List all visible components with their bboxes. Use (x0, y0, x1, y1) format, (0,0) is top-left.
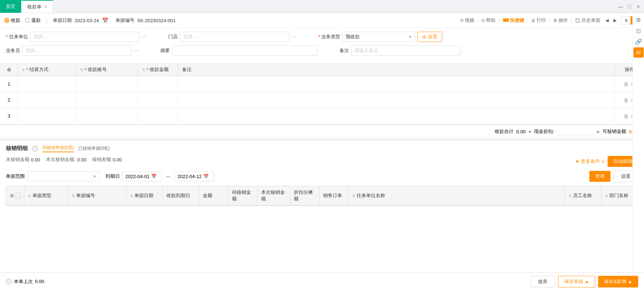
partner-input[interactable]: 选择... (30, 32, 140, 42)
footer-info-icon[interactable]: ⓘ (6, 279, 12, 285)
writeoff-title: 核销明细 (6, 145, 28, 152)
staff-more-btn[interactable]: ··· (134, 47, 138, 54)
footer-left: ⓘ 本单上次 0.00 (6, 278, 44, 285)
history-link[interactable]: 📋 历史单据 (575, 17, 600, 24)
summary-row: 收款合计 0.00 + 现金折扣: = 可核销金额 0.00 (0, 125, 644, 138)
due-date-label: 到期日 (106, 173, 120, 180)
tab-home[interactable]: 首页 (0, 0, 21, 13)
filter-left: 单据范围 ▼ 到期日 2022-04-01 📅 — 2022-04-12 (6, 171, 214, 181)
sidebar-icon-link[interactable]: 🔗 (633, 36, 644, 47)
nav-next[interactable]: ▶ (611, 17, 619, 24)
close-button[interactable]: × (635, 4, 641, 9)
row3-idx: 3 (0, 108, 18, 124)
row2-settlement[interactable] (18, 92, 76, 108)
writeoff-info-icon[interactable]: ⓘ (32, 146, 38, 152)
help-link[interactable]: ⊙ 帮助 (481, 17, 495, 24)
date-from-input[interactable]: 2022-04-01 📅 (122, 171, 162, 181)
row2-account[interactable] (76, 92, 138, 108)
tab-receipt-label: 收款单 (27, 4, 42, 10)
abstract-input[interactable] (172, 46, 318, 56)
row2-remark[interactable] (178, 92, 615, 108)
header-settlement: ⇅*结算方式 (18, 63, 76, 76)
bottom-header-discount: 折扣分摊额 (290, 186, 319, 205)
this-cancel-value: 0.00 (77, 157, 86, 162)
staff-input[interactable]: 选择... (22, 46, 131, 56)
table-row: 1 🗑 ⊕ (0, 76, 644, 92)
diff-stat: 核销差额 0.00 (92, 156, 122, 163)
row3-account[interactable] (76, 108, 138, 124)
table-row: 3 🗑 ⊕ (0, 108, 644, 124)
sidebar-icon-1[interactable]: ⊞ (633, 15, 644, 25)
operation-link[interactable]: ⚙ 操作 (553, 17, 568, 24)
radio-refund[interactable]: 退款 (25, 17, 41, 24)
row1-delete-icon[interactable]: 🗑 (624, 81, 629, 87)
footer-bottom-value: 0.00 (35, 279, 44, 284)
calendar-icon[interactable]: 📅 (102, 17, 108, 23)
range-field: 单据范围 ▼ (6, 171, 100, 181)
footer-right: 放弃 保存草稿 ▲ 保存&新增 ▲ (530, 276, 638, 287)
draft-btn[interactable]: 保存草稿 ▲ (558, 276, 596, 287)
pending-tab[interactable]: 待核销单据(0笔) (42, 145, 74, 152)
row2-amount[interactable] (138, 92, 178, 108)
remark-field: 备注 请输入备注 (339, 46, 460, 56)
more-filters-btn[interactable]: ▼ 更多条件 ∧ (575, 158, 605, 165)
bottom-header-sales: 销售订单 (319, 186, 349, 205)
tab-receipt[interactable]: 收款单 × (21, 0, 53, 13)
print-link[interactable]: 🖨 打印 (531, 17, 546, 24)
diff-label: 核销差额 (92, 156, 111, 163)
partner-more-btn[interactable]: ··· (142, 34, 146, 40)
partner-label: * 往来单位 (6, 34, 28, 40)
abandon-btn[interactable]: 放弃 (530, 276, 555, 287)
doc-number-label: 单据编号 (115, 17, 134, 24)
right-sidebar: ⊞ ◫ 🔗 Ai (632, 13, 644, 290)
range-select[interactable]: ▼ (27, 171, 100, 181)
row3-settlement[interactable] (18, 108, 76, 124)
doc-date-value: 2023-03-24 (75, 18, 99, 23)
row2-delete-icon[interactable]: 🗑 (624, 97, 629, 103)
receipt-table: ⚙ ⇅*结算方式 ⇅*收款账号 ⇅*收款金额 备注 操作 1 (0, 63, 644, 125)
radio-receipt[interactable]: 收款 (4, 17, 20, 24)
view-list[interactable]: ≡ (622, 16, 631, 24)
query-btn[interactable]: 查询 (589, 171, 610, 182)
draft-btn-label: 保存草稿 (564, 278, 583, 285)
row1-amount[interactable] (138, 76, 178, 92)
bottom-header-checkbox[interactable]: ⚙ (6, 186, 24, 205)
maximize-button[interactable]: □ (627, 4, 632, 9)
settings-button[interactable]: ⚙设置 (417, 32, 442, 42)
save-new-btn[interactable]: 保存&新增 ▲ (598, 276, 638, 287)
tab-bar: 首页 收款单 × — □ × (0, 0, 644, 13)
discount-input[interactable] (557, 128, 594, 135)
save-new-btn-label: 保存&新增 (604, 278, 626, 285)
store-input[interactable]: 选择... (180, 32, 289, 42)
row1-account[interactable] (76, 76, 138, 92)
receipt-type-radio: 收款 退款 (4, 17, 41, 24)
bottom-header-this: 本次核销金额 (258, 186, 290, 205)
shortcut-link[interactable]: ⌨ 快捷键 (503, 17, 524, 24)
equals-sign: = (597, 129, 600, 134)
row3-amount[interactable] (138, 108, 178, 124)
video-link[interactable]: ⊙ 视频 (460, 17, 474, 24)
row1-remark[interactable] (178, 76, 615, 92)
remark-label: 备注 (339, 47, 349, 54)
done-tab[interactable]: 已核销单据(0笔) (78, 145, 110, 152)
sidebar-icon-2[interactable]: ◫ (633, 26, 644, 36)
store-more-btn[interactable]: ··· (291, 34, 296, 40)
nav-prev[interactable]: ◀ (603, 17, 610, 24)
remark-input[interactable]: 请输入备注 (351, 46, 460, 56)
form-row-2: 业务员 选择... ··· 摘要 备注 请输入备注 (6, 46, 638, 56)
minimize-button[interactable]: — (618, 4, 624, 9)
sidebar-icon-ai[interactable]: Ai (633, 47, 644, 58)
row1-settlement[interactable] (18, 76, 76, 92)
bottom-gear-icon[interactable]: ⚙ (10, 193, 14, 199)
draft-chevron-icon: ▲ (585, 279, 589, 284)
radio-refund-label: 退款 (31, 17, 41, 24)
tab-close-icon[interactable]: × (44, 4, 47, 9)
bottom-table-header: ⚙ ⇅单据类型 ⇅单据编号 ⇅单据日期 收款到期日 金额 待核销金额 本次 (6, 186, 638, 206)
toolbar-divider (47, 17, 47, 24)
row3-delete-icon[interactable]: 🗑 (624, 113, 629, 119)
header-gear[interactable]: ⚙ (0, 63, 18, 76)
biz-type-select[interactable]: 预收款 ▼ (342, 32, 415, 42)
row3-remark[interactable] (178, 108, 615, 124)
date-to-input[interactable]: 2022-04-12 📅 (174, 171, 214, 181)
header-checkbox[interactable] (16, 193, 20, 199)
